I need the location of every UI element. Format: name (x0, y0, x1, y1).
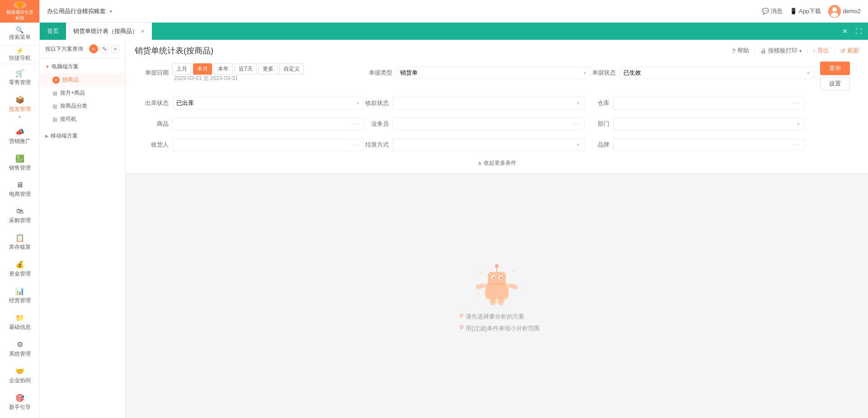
settings-btn[interactable]: 设置 (820, 77, 850, 90)
sidebar-item-finance[interactable]: 💰 资金管理 (0, 256, 39, 282)
staff-select[interactable]: ··· (392, 118, 584, 130)
page-title: 销货单统计表(按商品) (135, 45, 213, 56)
tree-section-pc: ▼ 电脑端方案 ● 按商品 ▦ 按月+商品 ▦ 按商品分类 ▦ 按司 (40, 58, 125, 128)
svg-text:✦: ✦ (476, 292, 480, 296)
header-dropdown-icon[interactable]: ▾ (109, 8, 112, 14)
sidebar-item-basic[interactable]: 📁 基础信息 (0, 309, 39, 336)
doc-type-label: 单据类型 (368, 69, 392, 77)
sidebar-item-system[interactable]: ⚙ 系统管理 (0, 336, 39, 362)
receiver-select[interactable]: ··· (172, 138, 364, 151)
export-btn[interactable]: ↑ 导出 (813, 47, 830, 55)
wholesale-icon: 📦 (15, 95, 24, 104)
date-btn-this-year[interactable]: 本年 (214, 63, 233, 75)
sidebar-item-ecommerce[interactable]: 🖥 电商管理 (0, 176, 39, 203)
print-label: 按模板打印 (768, 47, 797, 55)
sidebar-item-label: 资金管理 (9, 270, 31, 278)
tree-item-icon-product: ● (52, 76, 60, 84)
sidebar-item-search-menu[interactable]: 🔍 搜索菜单 (0, 23, 39, 45)
tree-parent-mobile[interactable]: ▶ 移动端方案 (40, 129, 125, 142)
svg-point-9 (500, 277, 502, 279)
sidebar-item-label: 零售管理 (9, 79, 31, 86)
help-icon: ? (732, 48, 735, 54)
app-download-btn[interactable]: 📱 App下载 (790, 7, 821, 15)
collapse-panel-btn[interactable]: « (111, 44, 120, 53)
action-buttons: 查询 设置 (820, 62, 850, 90)
sidebar-item-newbie[interactable]: 🎯 新手引导 (0, 389, 39, 416)
sidebar-item-label: 企业协同 (9, 377, 31, 385)
sidebar-item-label: 销售管理 (9, 164, 31, 172)
system-icon: ⚙ (17, 340, 23, 349)
date-btn-custom[interactable]: 自定义 (279, 63, 304, 75)
product-select[interactable]: ··· (172, 118, 364, 130)
date-btn-this-month[interactable]: 本月 (193, 63, 212, 75)
date-btn-more[interactable]: 更多 (259, 63, 278, 75)
doc-status-select[interactable]: 已生效 ▼ (619, 66, 815, 79)
empty-num2: ② (459, 324, 464, 330)
collapse-btn[interactable]: ∧ 收起更多条件 (144, 157, 850, 168)
tree-parent-pc[interactable]: ▼ 电脑端方案 (40, 60, 125, 73)
sidebar-item-sales[interactable]: 💹 销售管理 (0, 150, 39, 176)
sidebar-item-app-center[interactable]: 📱 应用中心 (0, 416, 39, 418)
sidebar-item-enterprise[interactable]: 🤝 企业协同 (0, 362, 39, 389)
svg-point-8 (493, 277, 495, 279)
tab-close-icon[interactable]: ✕ (141, 28, 145, 34)
settle-arrow: ▼ (576, 142, 580, 147)
tree-item-by-month-product[interactable]: ▦ 按月+商品 (40, 86, 125, 100)
date-btn-group: 上月 本月 本年 近7天 更多 自定义 (172, 63, 368, 75)
doc-type-select[interactable]: 销货单 ▼ (396, 66, 591, 79)
close-window-btn[interactable]: ✕ (839, 25, 851, 37)
svg-rect-5 (488, 272, 506, 285)
date-filter: 单据日期 上月 本月 本年 近7天 更多 自定义 (144, 62, 368, 84)
tab-bar-right: ✕ ⛶ (839, 25, 868, 37)
print-btn[interactable]: 🖨 按模板打印 ▾ (760, 47, 802, 55)
settle-select[interactable]: ▼ (392, 138, 584, 151)
tree-item-by-category[interactable]: ▦ 按商品分类 (40, 100, 125, 113)
sidebar: 🧡 畅捷通好生意 标版 🔍 搜索菜单 ⚡ 快捷导航 🛒 零售管理 📦 批发管理 … (0, 0, 40, 418)
staff-label: 业务员 (364, 120, 389, 128)
operations-icon: 📊 (15, 287, 24, 295)
sidebar-item-inventory[interactable]: 📋 库存核算 (0, 229, 39, 256)
message-btn[interactable]: 💬 消息 (762, 7, 783, 15)
help-btn[interactable]: ? 帮助 (732, 47, 749, 55)
dept-arrow: ▼ (796, 122, 801, 127)
svg-point-2 (831, 13, 838, 17)
date-btn-7days[interactable]: 近7天 (235, 63, 257, 75)
search-btn[interactable]: 查询 (820, 62, 850, 75)
doc-status-arrow: ▼ (806, 71, 811, 76)
sales-icon: 💹 (15, 154, 24, 163)
dept-select[interactable]: ▼ (613, 118, 805, 130)
dept-filter: 部门 ▼ (585, 116, 805, 132)
date-btn-last-month[interactable]: 上月 (172, 63, 191, 75)
user-name: demo2 (843, 8, 861, 14)
purchase-icon: 🛍 (16, 207, 24, 215)
sidebar-item-operations[interactable]: 📊 经营管理 (0, 282, 39, 309)
brand-select[interactable]: ··· (613, 138, 805, 151)
add-scheme-btn[interactable]: + (89, 44, 98, 53)
tree-item-by-driver[interactable]: ▦ 按司机 (40, 113, 125, 126)
warehouse-select[interactable]: 已出库 ▼ (172, 97, 364, 109)
refresh-btn[interactable]: ↺ 刷新 (840, 47, 859, 55)
sidebar-item-quick-nav[interactable]: ⚡ 快捷导航 (0, 45, 39, 64)
tree-section-mobile: ▶ 移动端方案 (40, 128, 125, 144)
tab-home-label: 首页 (47, 27, 59, 35)
tab-report[interactable]: 销货单统计表（按商品） ✕ (66, 23, 152, 40)
print-dropdown-icon: ▾ (799, 48, 802, 53)
tree-item-icon-month: ▦ (52, 90, 57, 96)
receiver-input: ··· (172, 138, 364, 151)
warehouse2-select[interactable]: ··· (613, 97, 805, 109)
user-profile[interactable]: demo2 (828, 5, 861, 18)
sidebar-item-label: 基础信息 (9, 323, 31, 331)
tab-home[interactable]: 首页 (40, 23, 66, 40)
tree-item-by-product[interactable]: ● 按商品 (40, 73, 125, 86)
sidebar-item-marketing[interactable]: 📣 营销推广 (0, 123, 39, 150)
app-name: 畅捷通好生意 (6, 10, 33, 15)
receipt-status-select[interactable]: ▼ (392, 97, 584, 109)
sidebar-item-purchase[interactable]: 🛍 采购管理 (0, 203, 39, 229)
fullscreen-btn[interactable]: ⛶ (853, 25, 864, 37)
sidebar-item-wholesale[interactable]: 📦 批发管理 (0, 91, 39, 123)
tree-parent-label-mobile: 移动端方案 (51, 132, 78, 140)
sidebar-item-retail[interactable]: 🛒 零售管理 (0, 64, 39, 91)
tree-item-label: 按商品分类 (60, 102, 87, 110)
filter-area: 单据日期 上月 本月 本年 近7天 更多 自定义 (135, 62, 859, 173)
edit-scheme-btn[interactable]: ✎ (100, 44, 109, 53)
